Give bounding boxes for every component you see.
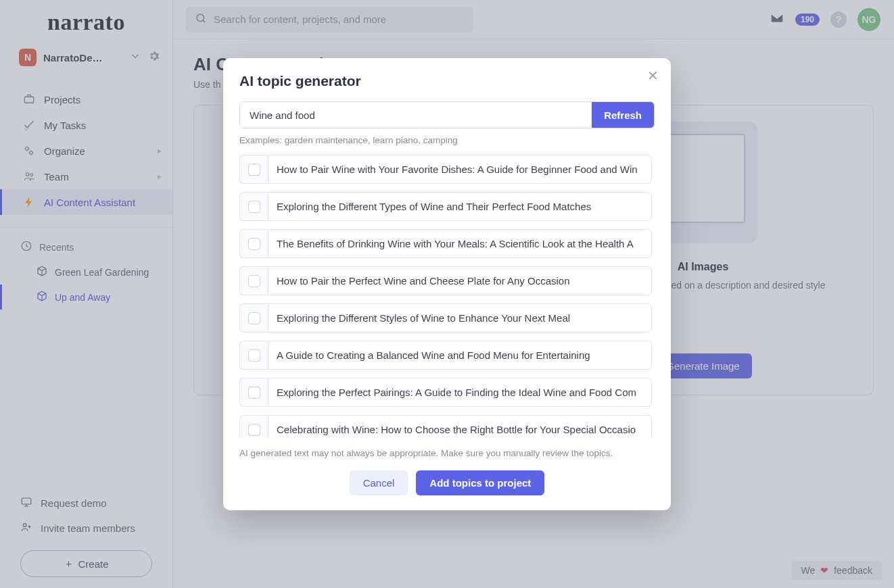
topic-checkbox-wrap: [239, 415, 268, 437]
topic-row: The Benefits of Drinking Wine with Your …: [239, 229, 652, 258]
checkbox[interactable]: [248, 201, 260, 213]
checkbox[interactable]: [248, 275, 260, 287]
topic-row: How to Pair the Perfect Wine and Cheese …: [239, 266, 652, 295]
topic-checkbox-wrap: [239, 341, 268, 370]
topic-row: Exploring the Different Styles of Wine t…: [239, 303, 652, 333]
topic-input-row: Refresh: [239, 101, 655, 128]
modal-actions: Cancel Add topics to project: [239, 470, 655, 495]
modal-title: AI topic generator: [239, 73, 655, 89]
cancel-button[interactable]: Cancel: [350, 470, 408, 495]
topic-checkbox-wrap: [239, 266, 268, 295]
topic-row: How to Pair Wine with Your Favorite Dish…: [239, 155, 652, 184]
checkbox[interactable]: [248, 387, 260, 399]
topic-text[interactable]: Exploring the Perfect Pairings: A Guide …: [268, 378, 652, 407]
checkbox[interactable]: [248, 424, 260, 436]
examples-text: Examples: garden maintenance, learn pian…: [239, 135, 655, 145]
topic-checkbox-wrap: [239, 155, 268, 184]
topic-checkbox-wrap: [239, 192, 268, 221]
modal-overlay[interactable]: ✕ AI topic generator Refresh Examples: g…: [0, 0, 894, 588]
topic-text[interactable]: Exploring the Different Styles of Wine t…: [268, 303, 652, 333]
topic-row: Celebrating with Wine: How to Choose the…: [239, 415, 652, 437]
refresh-button[interactable]: Refresh: [592, 102, 654, 128]
topic-text[interactable]: The Benefits of Drinking Wine with Your …: [268, 229, 652, 258]
add-topics-button[interactable]: Add topics to project: [416, 470, 544, 495]
topic-text[interactable]: Exploring the Different Types of Wine an…: [268, 192, 652, 221]
topic-row: Exploring the Perfect Pairings: A Guide …: [239, 378, 652, 407]
topic-checkbox-wrap: [239, 303, 268, 333]
checkbox[interactable]: [248, 349, 260, 362]
checkbox[interactable]: [248, 312, 260, 324]
checkbox[interactable]: [248, 164, 260, 176]
checkbox[interactable]: [248, 238, 260, 250]
modal-note: AI generated text may not always be appr…: [239, 448, 655, 458]
topic-row: A Guide to Creating a Balanced Wine and …: [239, 341, 652, 370]
topic-input[interactable]: [240, 102, 592, 128]
topic-text[interactable]: How to Pair the Perfect Wine and Cheese …: [268, 266, 652, 295]
topic-row: Exploring the Different Types of Wine an…: [239, 192, 652, 221]
topic-checkbox-wrap: [239, 378, 268, 407]
topic-text[interactable]: How to Pair Wine with Your Favorite Dish…: [268, 155, 652, 184]
topic-text[interactable]: Celebrating with Wine: How to Choose the…: [268, 415, 652, 437]
ai-topic-generator-modal: ✕ AI topic generator Refresh Examples: g…: [223, 58, 671, 510]
close-icon[interactable]: ✕: [647, 68, 659, 84]
topic-text[interactable]: A Guide to Creating a Balanced Wine and …: [268, 341, 652, 370]
topic-list[interactable]: How to Pair Wine with Your Favorite Dish…: [239, 155, 655, 437]
topic-checkbox-wrap: [239, 229, 268, 258]
